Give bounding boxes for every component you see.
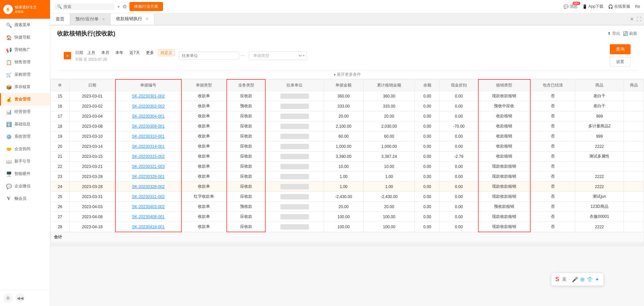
maximize-icon[interactable]: ⛶ bbox=[637, 16, 641, 22]
query-button[interactable]: 查询 bbox=[610, 44, 631, 54]
sidebar-item-marketing[interactable]: 📢 营销推广 bbox=[0, 44, 50, 56]
col-doc-type[interactable]: 单据类型 bbox=[181, 79, 227, 91]
online-service-button[interactable]: 🎧 在线客服 bbox=[608, 4, 630, 9]
cell-partner: ████████ bbox=[265, 222, 324, 232]
col-partner[interactable]: 往来单位 bbox=[265, 79, 324, 91]
cell-doc-type: 收款单 bbox=[181, 182, 227, 192]
filter-doc-type-select[interactable]: 单据类型 bbox=[249, 52, 303, 60]
sidebar-item-wechat[interactable]: 💬 企业微信 bbox=[0, 180, 50, 192]
sidebar-item-purchase[interactable]: 🛒 采购管理 bbox=[0, 68, 50, 81]
filter-expand-button[interactable]: » bbox=[64, 52, 71, 59]
col-cancel-type[interactable]: 核销类型 bbox=[478, 79, 530, 91]
export-button[interactable]: ⬆ 导出 bbox=[607, 31, 620, 37]
cell-partner: ████████ bbox=[265, 91, 324, 101]
close-tab-icon[interactable]: ✕ bbox=[630, 16, 634, 22]
tab-home[interactable]: 首页 bbox=[50, 13, 70, 25]
doc-no-link[interactable]: SK-20230302-002 bbox=[132, 104, 165, 109]
cell-doc-no: SK-20230314-001 bbox=[115, 141, 181, 151]
user-avatar[interactable]: Rit bbox=[635, 4, 640, 9]
filter-7days[interactable]: 近7天 bbox=[127, 49, 142, 56]
refresh-button[interactable]: 🔄 刷新 bbox=[623, 31, 637, 37]
filter-last-month[interactable]: 上月 bbox=[85, 49, 97, 56]
cell-goods2 bbox=[624, 91, 644, 101]
cell-discount: 0.00 bbox=[440, 182, 478, 192]
sidebar-item-hardware[interactable]: 🖥️ 智能硬件 bbox=[0, 168, 50, 180]
sidebar-item-stock[interactable]: 📦 库存核算 bbox=[0, 81, 50, 93]
sidebar-item-system[interactable]: ⚙️ 系统管理 bbox=[0, 130, 50, 143]
search-input[interactable] bbox=[63, 4, 107, 9]
filter-more[interactable]: 更多 bbox=[144, 49, 156, 56]
table-row: 22 2023-03-21 SK-20230321-003 收款单 应收款 ██… bbox=[51, 162, 644, 172]
col-goods[interactable]: 商品 bbox=[575, 79, 624, 91]
filter-custom-date[interactable]: 自定义 bbox=[158, 49, 175, 56]
sidebar-item-sales[interactable]: 📋 销售管理 bbox=[0, 56, 50, 68]
doc-no-link[interactable]: SK-20230331-002 bbox=[132, 194, 165, 199]
col-gear[interactable]: ⚙ bbox=[51, 79, 70, 91]
cell-discount: 0.00 bbox=[440, 131, 478, 141]
cell-idx: 16 bbox=[51, 101, 70, 111]
col-biz-type[interactable]: 业务类型 bbox=[227, 79, 265, 91]
doc-no-link[interactable]: SK-20230308-001 bbox=[132, 124, 165, 129]
filter-partner-dots[interactable]: ··· bbox=[240, 53, 245, 59]
filter-partner-input[interactable] bbox=[179, 52, 239, 60]
scrollbar-area[interactable] bbox=[50, 243, 644, 246]
tab-payable-close[interactable]: ✕ bbox=[102, 17, 105, 21]
dropdown-arrow-icon[interactable]: ▾ bbox=[117, 4, 120, 9]
col-included[interactable]: 包含已结清 bbox=[530, 79, 575, 91]
doc-no-link[interactable]: SK-20230408-001 bbox=[132, 215, 165, 219]
cell-partner: ████████ bbox=[265, 212, 324, 222]
sidebar-item-quicknav[interactable]: 🏠 快捷导航 bbox=[0, 31, 50, 44]
cell-doc-no: SK-20230328-001 bbox=[115, 172, 181, 182]
col-goods2[interactable]: 商品 bbox=[624, 79, 644, 91]
sidebar-item-guide[interactable]: 📖 新手引导 bbox=[0, 155, 50, 168]
doc-no-link[interactable]: SK-20230328-002 bbox=[132, 184, 165, 189]
select-arrow-icon: ▾ bbox=[303, 54, 307, 57]
doc-no-link[interactable]: SK-20230328-001 bbox=[132, 174, 165, 179]
cell-biz-type: 应收款 bbox=[227, 151, 265, 162]
sidebar-item-base[interactable]: ℹ️ 基础信息 bbox=[0, 118, 50, 130]
doc-no-link[interactable]: SK-20230310-001 bbox=[132, 134, 165, 139]
sidebar-item-member[interactable]: V 畅会员 bbox=[0, 192, 50, 205]
cell-goods: 测试jun bbox=[575, 192, 624, 202]
col-balance[interactable]: 余额 bbox=[415, 79, 440, 91]
cell-included: 否 bbox=[530, 131, 575, 141]
gear-icon[interactable]: ⚙ bbox=[122, 4, 127, 10]
doc-no-link[interactable]: SK-20230418-001 bbox=[132, 225, 165, 229]
app-download-button[interactable]: 📱 App下载 bbox=[582, 4, 603, 9]
cell-doc-type: 收款单 bbox=[181, 212, 227, 222]
chart-icon: 📊 bbox=[6, 109, 12, 115]
col-doc-no[interactable]: 单据编号 bbox=[115, 79, 181, 91]
sidebar-item-search[interactable]: 🔍 搜索菜单 bbox=[0, 19, 50, 31]
message-button[interactable]: 💬 消息 99+ bbox=[564, 4, 578, 9]
doc-no-link[interactable]: SK-20230314-001 bbox=[132, 144, 165, 149]
settings-button[interactable]: ⚙ bbox=[3, 293, 13, 303]
table-row: 24 2023-03-28 SK-20230328-002 收款单 应收款 ██… bbox=[51, 182, 644, 192]
solution-button[interactable]: 体验行业方案 bbox=[129, 2, 163, 11]
cell-date: 2023-03-15 bbox=[69, 151, 115, 162]
doc-no-link[interactable]: SK-20230301-002 bbox=[132, 94, 165, 99]
tab-payable[interactable]: 预付/应付单 ✕ bbox=[70, 13, 111, 25]
col-amount[interactable]: 单据金额 bbox=[324, 79, 363, 91]
sidebar-item-operation[interactable]: 📊 经营管理 bbox=[0, 106, 50, 118]
cell-amount: 20.00 bbox=[324, 202, 363, 212]
col-cumulative[interactable]: 累计核销金额 bbox=[363, 79, 415, 91]
doc-no-link[interactable]: SK-20230403-002 bbox=[132, 204, 165, 209]
settings-button[interactable]: 设置 bbox=[610, 57, 631, 67]
collapse-button[interactable]: ◀◀ bbox=[15, 293, 25, 303]
doc-no-link[interactable]: SK-20230315-002 bbox=[132, 154, 165, 159]
filter-this-year[interactable]: 本年 bbox=[113, 49, 125, 56]
col-date[interactable]: 日期 bbox=[69, 79, 115, 91]
expand-more-button[interactable]: ▾ 展开更多条件 bbox=[334, 72, 361, 77]
cell-biz-type: 应收款 bbox=[227, 121, 265, 131]
sidebar-item-corp[interactable]: 🤝 企业协同 bbox=[0, 143, 50, 155]
doc-no-link[interactable]: SK-20230321-003 bbox=[132, 164, 165, 169]
col-discount[interactable]: 现金折扣 bbox=[440, 79, 478, 91]
doc-no-link[interactable]: SK-20230304-001 bbox=[132, 114, 165, 119]
tab-receipt-close[interactable]: ✕ bbox=[146, 17, 149, 21]
filter-this-month[interactable]: 本月 bbox=[99, 49, 111, 56]
tab-receipt[interactable]: 收款核销执行 ✕ bbox=[111, 13, 154, 25]
cell-doc-no: SK-20230418-001 bbox=[115, 222, 181, 232]
sidebar-item-finance[interactable]: 💰 资金管理 bbox=[0, 93, 50, 106]
cell-date: 2023-03-10 bbox=[69, 131, 115, 141]
cell-included: 否 bbox=[530, 111, 575, 121]
